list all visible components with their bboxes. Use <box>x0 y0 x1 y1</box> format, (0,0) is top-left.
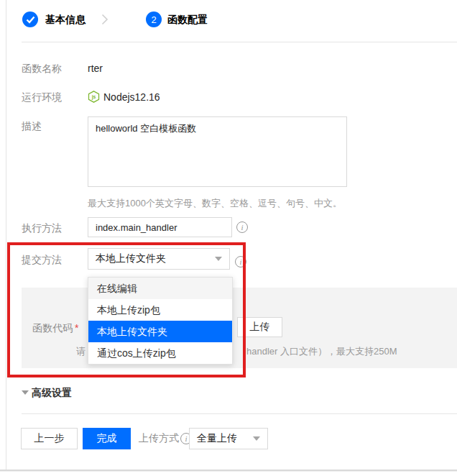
name-label: 函数名称 <box>22 63 62 75</box>
upload-button[interactable]: 上传 <box>237 317 282 337</box>
dropdown-option-cos-zip[interactable]: 通过cos上传zip包 <box>88 342 232 364</box>
submit-method-label: 提交方法 <box>22 254 62 267</box>
step1-label[interactable]: 基本信息 <box>45 14 86 27</box>
description-textarea[interactable]: helloworld 空白模板函数 <box>88 116 347 187</box>
step2-label: 函数配置 <box>167 14 208 27</box>
check-icon <box>26 16 35 24</box>
nodejs-icon: js <box>88 91 100 103</box>
bottom-border-shadow <box>0 471 457 472</box>
dropdown-option-online-edit[interactable]: 在线编辑 <box>88 278 232 299</box>
upload-mode-value: 全量上传 <box>197 432 237 445</box>
upload-hint-left-fragment: 请 <box>76 345 86 358</box>
submit-method-value: 本地上传文件夹 <box>96 252 166 265</box>
chevron-down-icon <box>215 257 222 261</box>
function-config-page: 基本信息 2 函数配置 函数名称 rter 运行环境 js Nodejs12.1… <box>0 0 457 476</box>
handler-info-icon[interactable]: i <box>236 221 248 233</box>
triangle-down-icon <box>22 390 29 395</box>
function-code-label-text: 函数代码 <box>32 322 73 334</box>
svg-text:js: js <box>91 94 96 100</box>
required-asterisk: * <box>75 322 78 334</box>
previous-step-button[interactable]: 上一步 <box>21 428 78 449</box>
step2-number-circle: 2 <box>146 12 162 27</box>
description-label: 描述 <box>22 120 42 133</box>
upload-mode-label: 上传方式 <box>139 432 179 445</box>
runtime-label: 运行环境 <box>22 91 62 104</box>
footer-divider <box>22 413 457 414</box>
submit-method-select[interactable]: 本地上传文件夹 <box>88 248 230 270</box>
chevron-right-icon <box>101 14 109 25</box>
dropdown-option-upload-zip[interactable]: 本地上传zip包 <box>88 299 232 321</box>
dropdown-option-upload-folder[interactable]: 本地上传文件夹 <box>88 321 232 342</box>
finish-button[interactable]: 完成 <box>83 428 131 449</box>
upload-mode-label-row: 上传方式 i <box>139 432 192 445</box>
chevron-down-icon <box>253 436 260 441</box>
handler-input[interactable] <box>88 217 232 237</box>
stepper-divider <box>22 42 457 42</box>
runtime-value: Nodejs12.16 <box>103 91 160 103</box>
name-value: rter <box>88 63 103 74</box>
advanced-settings-toggle[interactable]: 高级设置 <box>32 387 72 400</box>
handler-label: 执行方法 <box>22 222 62 235</box>
step2-number: 2 <box>151 14 156 25</box>
description-hint: 最大支持1000个英文字母、数字、空格、逗号、句号、中文。 <box>88 197 342 210</box>
submit-method-dropdown-menu: 在线编辑 本地上传zip包 本地上传文件夹 通过cos上传zip包 <box>88 277 233 365</box>
submit-method-info-icon[interactable]: i <box>235 256 246 267</box>
step1-done-circle <box>22 12 38 27</box>
function-code-label: 函数代码* <box>32 322 78 335</box>
upload-mode-select[interactable]: 全量上传 <box>189 428 268 449</box>
left-border <box>6 0 6 470</box>
upload-hint-right-fragment: handler 入口文件），最大支持250M <box>246 345 397 358</box>
